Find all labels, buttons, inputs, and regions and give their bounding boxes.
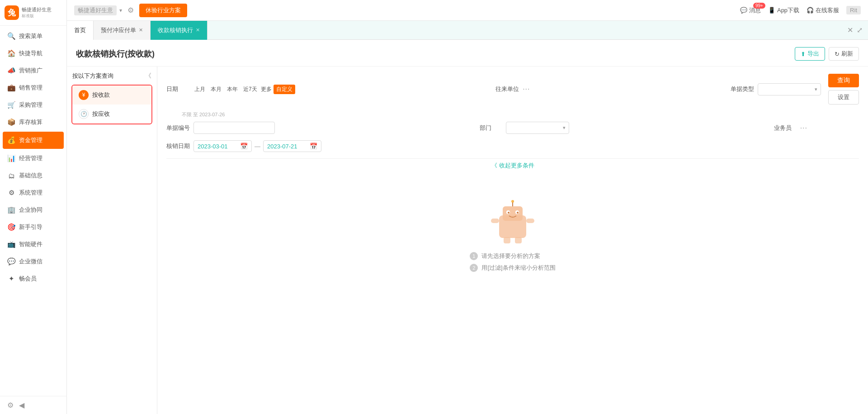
verify-date-start-input[interactable]: [198, 143, 238, 150]
sidebar-item-inventory[interactable]: 📦 库存核算: [0, 114, 66, 131]
doc-type-select[interactable]: [758, 83, 821, 95]
sidebar-settings-btn[interactable]: ⚙: [7, 401, 14, 409]
sidebar-collapse-btn[interactable]: ◀: [19, 401, 24, 409]
sidebar-item-label: 采购管理: [19, 101, 42, 109]
sidebar-item-purchase[interactable]: 🛒 采购管理: [0, 96, 66, 114]
sidebar-item-label: 快捷导航: [19, 49, 42, 57]
filter-item-by-receivable[interactable]: 🕐 按应收: [72, 105, 151, 124]
message-action[interactable]: 💬 消息 99+: [740, 6, 761, 14]
calendar-end-icon[interactable]: 📅: [310, 143, 317, 150]
svg-rect-1: [503, 206, 523, 221]
message-icon: 💬: [740, 7, 747, 14]
step-1-num: 1: [470, 252, 478, 260]
empty-step-1: 1 请先选择要分析的方案: [470, 252, 555, 260]
chevron-down-icon[interactable]: ▾: [119, 7, 122, 14]
tab-prepay[interactable]: 预付冲应付单 ✕: [94, 21, 151, 40]
empty-step-2: 2 用[过滤]条件来缩小分析范围: [470, 264, 555, 272]
svg-point-11: [511, 200, 514, 203]
purchase-icon: 🛒: [7, 101, 15, 109]
hardware-icon: 📺: [7, 240, 15, 248]
filter-box: ¥ 按收款 🕐 按应收: [71, 85, 152, 124]
receivable-icon: 🕐: [79, 109, 89, 119]
doc-no-input[interactable]: [193, 122, 275, 134]
tab-receipt-verify[interactable]: 收款核销执行 ✕: [151, 21, 208, 40]
verify-date-start-wrap: 📅: [193, 140, 252, 152]
app-download-action[interactable]: 📱 App下载: [768, 6, 799, 14]
export-button[interactable]: ⬆ 导出: [795, 47, 825, 61]
date-field: 日期 上月 本月 本年 近7天 更多 自定义: [166, 85, 295, 94]
tab-expand-icon[interactable]: ⤢: [857, 26, 863, 34]
department-field: 部门 ▾: [480, 122, 569, 134]
page-container: 收款核销执行(按收款) ⬆ 导出 ↻ 刷新 按以下方案查询 《: [67, 40, 868, 414]
logo-badge: 标准版: [22, 13, 52, 19]
date-last-month[interactable]: 上月: [193, 85, 207, 94]
sidebar-item-search[interactable]: 🔍 搜索菜单: [0, 28, 66, 45]
date-this-year[interactable]: 本年: [225, 85, 240, 94]
solution-button[interactable]: 休验行业方案: [139, 4, 187, 17]
export-icon: ⬆: [801, 51, 806, 57]
sidebar-item-label: 系统管理: [19, 189, 42, 197]
sidebar-item-hardware[interactable]: 📺 智能硬件: [0, 236, 66, 253]
topbar-settings-icon[interactable]: ⚙: [127, 6, 134, 14]
salesperson-select-btn[interactable]: ···: [800, 124, 807, 132]
sidebar-item-label: 销售管理: [19, 84, 42, 92]
collapse-more-btn[interactable]: 《 收起更多条件: [166, 158, 859, 172]
tab-prepay-close[interactable]: ✕: [139, 27, 143, 33]
page-header: 收款核销执行(按收款) ⬆ 导出 ↻ 刷新: [67, 40, 868, 67]
sidebar-item-basic-info[interactable]: 🗂 基础信息: [0, 167, 66, 184]
sidebar-item-wechat[interactable]: 💬 企业微信: [0, 253, 66, 270]
sidebar-item-operation[interactable]: 📊 经营管理: [0, 150, 66, 167]
department-select-wrap: ▾: [506, 122, 569, 134]
filter-panel: 按以下方案查询 《 ¥ 按收款 🕐 按应收: [67, 67, 157, 414]
setting-button[interactable]: 设置: [828, 90, 859, 105]
svg-rect-6: [491, 219, 499, 223]
logo-icon: 兔: [5, 5, 19, 20]
topbar: 畅捷通好生意 ▾ ⚙ 休验行业方案 💬 消息 99+ 📱 App下载 🎧 在线客…: [67, 0, 868, 21]
salesperson-label: 业务员: [774, 124, 797, 132]
tab-home-label: 首页: [74, 26, 86, 34]
sidebar-item-marketing[interactable]: 📣 营销推广: [0, 62, 66, 79]
query-button[interactable]: 查询: [828, 74, 859, 87]
app-download-icon: 📱: [768, 7, 775, 14]
receipt-icon: ¥: [79, 90, 89, 100]
empty-state: 1 请先选择要分析的方案 2 用[过滤]条件来缩小分析范围: [166, 172, 859, 299]
sidebar-item-sales[interactable]: 💼 销售管理: [0, 79, 66, 96]
sidebar-item-label: 智能硬件: [19, 240, 42, 248]
sidebar-item-label: 库存核算: [19, 118, 42, 126]
refresh-button[interactable]: ↻ 刷新: [829, 47, 859, 61]
sidebar-item-enterprise[interactable]: 🏢 企业协同: [0, 201, 66, 219]
operation-icon: 📊: [7, 154, 15, 162]
empty-steps: 1 请先选择要分析的方案 2 用[过滤]条件来缩小分析范围: [470, 252, 555, 272]
svg-point-4: [508, 212, 509, 214]
online-service-label: 在线客服: [816, 6, 839, 14]
sidebar-item-label: 企业微信: [19, 257, 42, 266]
online-service-action[interactable]: 🎧 在线客服: [807, 6, 839, 14]
department-select[interactable]: [506, 122, 569, 134]
tabbar: 首页 预付冲应付单 ✕ 收款核销执行 ✕ ✕ ⤢: [67, 21, 868, 40]
filter-item-by-receipt[interactable]: ¥ 按收款: [72, 86, 151, 105]
date-note-row: 不限 至 2023-07-26: [180, 111, 859, 118]
calendar-start-icon[interactable]: 📅: [240, 143, 248, 150]
sidebar-item-label: 新手引导: [19, 223, 42, 231]
sidebar-item-system[interactable]: ⚙ 系统管理: [0, 184, 66, 201]
date-custom-btn[interactable]: 自定义: [274, 85, 295, 94]
wechat-icon: 💬: [7, 257, 15, 266]
date-this-month[interactable]: 本月: [209, 85, 223, 94]
sidebar-item-member[interactable]: ✦ 畅会员: [0, 270, 66, 287]
date-more-btn[interactable]: 更多: [261, 86, 272, 93]
date-last-7-days[interactable]: 近7天: [241, 85, 259, 94]
tab-close-all-icon[interactable]: ✕: [847, 26, 853, 34]
search-icon: 🔍: [7, 32, 15, 40]
tab-receipt-verify-close[interactable]: ✕: [196, 27, 200, 33]
sidebar-item-finance[interactable]: 💰 资金管理: [3, 132, 64, 149]
filter-collapse-btn[interactable]: 《: [145, 72, 151, 80]
verify-date-label: 核销日期: [166, 142, 190, 150]
user-text[interactable]: Rit: [846, 6, 861, 14]
verify-date-end-input[interactable]: [267, 143, 308, 150]
sidebar-item-quick-nav[interactable]: 🏠 快捷导航: [0, 45, 66, 62]
counterpart-select-btn[interactable]: ···: [523, 85, 530, 93]
query-area: 日期 上月 本月 本年 近7天 更多 自定义 往来单位 ···: [157, 67, 868, 414]
tab-home[interactable]: 首页: [67, 21, 94, 40]
filter-panel-title: 按以下方案查询: [72, 72, 113, 80]
sidebar-item-guide[interactable]: 🎯 新手引导: [0, 219, 66, 236]
